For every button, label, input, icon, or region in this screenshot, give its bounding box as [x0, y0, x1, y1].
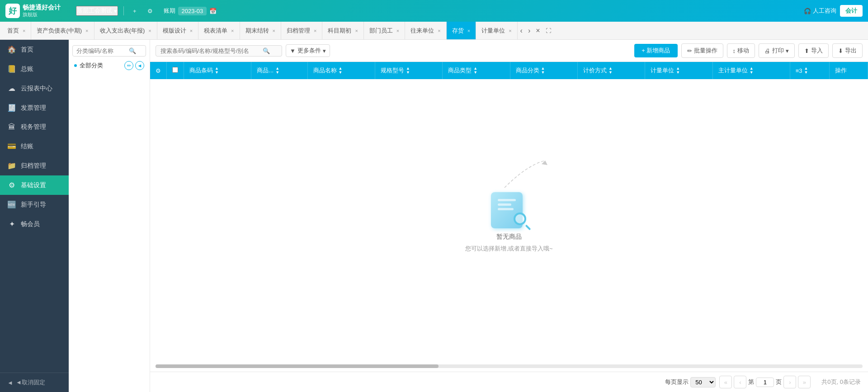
move-label: 移动 [737, 47, 749, 55]
tab-close-all-button[interactable]: × [533, 22, 542, 40]
tab-tax[interactable]: 税表清单 × [198, 22, 240, 40]
th-main-unit[interactable]: 主计量单位 ▲▼ [712, 62, 790, 79]
prev-page-button[interactable]: ‹ [734, 376, 746, 388]
tab-period-end[interactable]: 期末结转 × [240, 22, 281, 40]
tab-template[interactable]: 模版设计 × [157, 22, 198, 40]
sidebar-item-tax[interactable]: 🏛 税务管理 [0, 118, 69, 137]
tab-next-button[interactable]: › [525, 22, 533, 40]
tab-unit[interactable]: 计量单位 × [476, 22, 517, 40]
scrollbar-thumb[interactable] [156, 364, 439, 368]
sidebar-item-settlement[interactable]: 💳 结账 [0, 137, 69, 156]
ai-consult-button[interactable]: 🎧 人工咨询 [804, 7, 836, 15]
content-area: 🔍 全部分类 ✏ ◄ 🔍 [69, 40, 868, 392]
sidebar-item-ledger[interactable]: 📒 总账 [0, 59, 69, 79]
th-col3[interactable]: ≡3 ▲▼ [790, 62, 830, 79]
tab-home-close[interactable]: × [23, 28, 25, 33]
tab-home[interactable]: 首页 × [2, 22, 31, 40]
tab-unit-close[interactable]: × [509, 28, 511, 33]
tab-balance-sheet[interactable]: 资产负债表(中期) × [31, 22, 94, 40]
category-sort-arrows: ▲▼ [541, 66, 545, 75]
page-size-dropdown[interactable]: 50 10 20 100 [690, 377, 716, 387]
th-price-method-label: 计价方式 [583, 66, 607, 75]
sidebar-item-reports[interactable]: ☁ 云报表中心 [0, 79, 69, 98]
export-button[interactable]: ⬇ 导出 [832, 43, 863, 58]
more-conditions-button[interactable]: ▼ 更多条件 ▾ [286, 44, 330, 57]
account-button[interactable]: 会计 [840, 5, 863, 17]
sidebar-item-invoice[interactable]: 🧾 发票管理 [0, 98, 69, 118]
calendar-icon[interactable]: 📅 [209, 8, 217, 14]
sidebar-item-archive[interactable]: 📁 归档管理 [0, 156, 69, 175]
product-search-input[interactable] [160, 47, 260, 54]
tab-inventory-close[interactable]: × [467, 28, 470, 33]
period-value[interactable]: 2023-03 [178, 7, 207, 15]
add-tab-button[interactable]: + [129, 6, 140, 16]
first-page-button[interactable]: « [719, 376, 732, 388]
add-product-button[interactable]: + 新增商品 [634, 44, 677, 57]
next-page-button[interactable]: › [783, 376, 796, 388]
page-number-input[interactable] [756, 378, 774, 387]
th-barcode[interactable]: 商品条码 ▲▼ [184, 62, 251, 79]
sidebar-item-home[interactable]: 🏠 首页 [0, 40, 69, 59]
print-button[interactable]: 🖨 打印 ▾ [759, 43, 795, 58]
sidebar-pin-toggle[interactable]: ◄ ◄取消固定 [0, 373, 69, 392]
tab-archive-close[interactable]: × [314, 28, 316, 33]
tab-supplier[interactable]: 往来单位 × [405, 22, 446, 40]
app-logo-icon: 好 [5, 4, 20, 18]
tab-bar: 首页 × 资产负债表(中期) × 收入支出表(年报) × 模版设计 × 税表清单… [0, 22, 868, 40]
tab-archive[interactable]: 归档管理 × [281, 22, 322, 40]
all-category-header[interactable]: 全部分类 ✏ ◄ [69, 58, 150, 73]
product-table: ⚙ 商品条码 ▲▼ [150, 62, 868, 79]
import-button[interactable]: ⬆ 导入 [798, 43, 829, 58]
product-search-icon[interactable]: 🔍 [263, 47, 270, 54]
th-settings[interactable]: ⚙ [150, 62, 167, 79]
category-actions: ✏ ◄ [124, 61, 144, 70]
tab-subject[interactable]: 科目期初 × [322, 22, 363, 40]
category-edit-button[interactable]: ✏ [124, 61, 133, 70]
sidebar-item-settlement-label: 结账 [21, 142, 33, 151]
sidebar-item-guide[interactable]: 🆕 新手引导 [0, 195, 69, 214]
th-price-method[interactable]: 计价方式 ▲▼ [577, 62, 645, 79]
tab-prev-button[interactable]: ‹ [518, 22, 525, 40]
tab-balance-sheet-close[interactable]: × [85, 28, 88, 33]
tab-supplier-close[interactable]: × [438, 28, 440, 33]
tab-expand-button[interactable]: ⛶ [543, 22, 554, 40]
tab-department[interactable]: 部门员工 × [364, 22, 405, 40]
last-page-button[interactable]: » [798, 376, 811, 388]
barcode-sort-arrows: ▲▼ [215, 66, 219, 75]
th-spec[interactable]: 规格型号 ▲▼ [375, 62, 442, 79]
tab-subject-close[interactable]: × [355, 28, 358, 33]
app-name: 畅捷通好会计 [23, 4, 61, 11]
horizontal-scrollbar[interactable] [156, 364, 863, 368]
sidebar-item-member[interactable]: ✦ 畅会员 [0, 214, 69, 234]
company-selector[interactable]: 基层工会测试 ▾ [76, 6, 118, 16]
th-name-label: 商品名称 [313, 66, 337, 75]
settings-header-button[interactable]: ⚙ [144, 6, 156, 16]
category-search-icon[interactable]: 🔍 [129, 47, 136, 54]
member-icon: ✦ [7, 220, 16, 228]
tab-home-label: 首页 [7, 27, 19, 35]
th-code[interactable]: 商品... ▲▼ [251, 62, 307, 79]
th-name[interactable]: 商品名称 ▲▼ [307, 62, 375, 79]
tab-tax-close[interactable]: × [231, 28, 234, 33]
th-action: 操作 [830, 62, 868, 79]
tab-template-close[interactable]: × [190, 28, 193, 33]
tab-income-close[interactable]: × [148, 28, 151, 33]
th-checkbox[interactable] [167, 62, 184, 79]
category-search-input[interactable] [76, 47, 126, 54]
tab-period-end-close[interactable]: × [273, 28, 275, 33]
th-type[interactable]: 商品类型 ▲▼ [443, 62, 510, 79]
th-category[interactable]: 商品分类 ▲▼ [510, 62, 577, 79]
th-unit[interactable]: 计量单位 ▲▼ [645, 62, 712, 79]
scrollbar-area [150, 361, 868, 372]
batch-operation-button[interactable]: ✏ 批量操作 [681, 43, 723, 58]
category-collapse-button[interactable]: ◄ [135, 61, 144, 70]
sidebar-item-settings[interactable]: ⚙ 基础设置 [0, 175, 69, 195]
tab-department-close[interactable]: × [396, 28, 399, 33]
move-button[interactable]: ↕ 移动 [727, 43, 755, 58]
select-all-checkbox[interactable] [172, 67, 178, 73]
tab-inventory[interactable]: 存货 × [447, 22, 476, 40]
tab-subject-label: 科目期初 [328, 27, 351, 35]
tab-income[interactable]: 收入支出表(年报) × [94, 22, 157, 40]
tab-unit-label: 计量单位 [481, 27, 505, 35]
guide-icon: 🆕 [7, 200, 16, 209]
